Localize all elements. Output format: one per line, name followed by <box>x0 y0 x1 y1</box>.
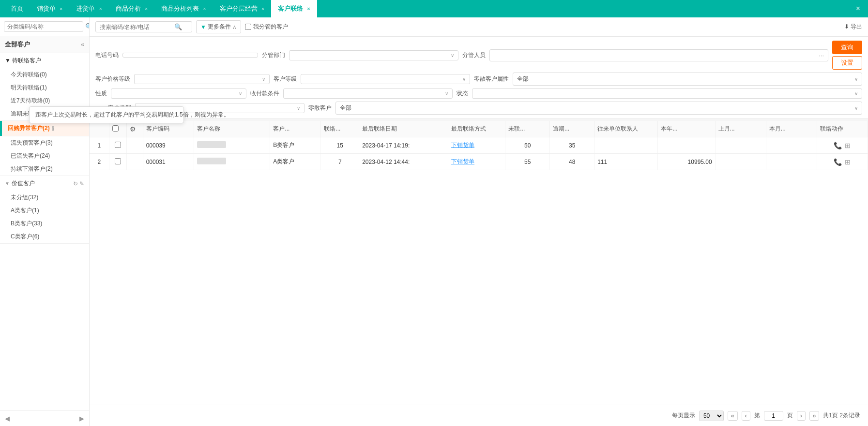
manager-ellipsis[interactable]: ··· <box>819 52 824 59</box>
nav-close-sales[interactable]: × <box>60 6 62 12</box>
first-page-button[interactable]: « <box>728 411 738 421</box>
last-way-link[interactable]: 下销货单 <box>451 158 474 165</box>
cell-check[interactable] <box>109 137 126 154</box>
more-conditions-button[interactable]: ▼ 更多条件 ∧ <box>196 20 241 33</box>
right-content: 🔍 ▼ 更多条件 ∧ 我分管的客户 ⬇ 导出 电话号码 <box>90 17 868 426</box>
page-number-input[interactable] <box>764 411 783 421</box>
nav-customer-seg[interactable]: 客户分层经营 × <box>213 0 271 17</box>
export-button[interactable]: ⬇ 导出 <box>844 23 862 31</box>
sidebar-item-a-class[interactable]: A类客户(1) <box>0 204 89 217</box>
nav-close-customer-contact[interactable]: × <box>307 6 310 12</box>
status-select[interactable]: ∨ <box>472 88 862 99</box>
table-settings-gear[interactable]: ⚙ <box>130 125 136 133</box>
nav-close-purchase[interactable]: × <box>99 6 102 12</box>
tooltip-box: 距客户上次交易时长，超过了此客户的平均交易周期的1.5倍，则视为异常。 <box>90 106 184 123</box>
cell-level: B类客户 <box>270 137 321 154</box>
price-level-select[interactable]: ∨ <box>134 74 270 84</box>
more-action-icon[interactable]: ⊞ <box>845 158 851 166</box>
sidebar-pending-title[interactable]: ▼ 待联络客户 <box>0 53 89 68</box>
sidebar-item-c-class[interactable]: C类客户(6) <box>0 230 89 243</box>
sidebar-value-header[interactable]: ▼ 价值客户 ↻ ✎ <box>0 176 89 191</box>
retail2-arrow: ∨ <box>854 105 858 111</box>
sidebar-search-button[interactable]: 🔍 <box>85 23 90 30</box>
filter-search-input[interactable] <box>100 24 172 30</box>
cell-check[interactable] <box>109 154 126 170</box>
nav-close-analysis-list[interactable]: × <box>203 6 206 12</box>
manager-input[interactable]: ··· <box>489 49 828 61</box>
sidebar-right-arrow[interactable]: ▶ <box>79 415 84 422</box>
dept-select[interactable]: ∨ <box>289 50 458 60</box>
my-customers-check[interactable]: 我分管的客户 <box>245 23 288 31</box>
payment-arrow: ∨ <box>445 91 448 96</box>
sidebar-item-7days[interactable]: 近7天待联络(0) <box>0 94 89 107</box>
settings-button[interactable]: 设置 <box>832 56 862 70</box>
my-customers-checkbox[interactable] <box>245 24 251 30</box>
col-header-year: 本年... <box>658 121 715 137</box>
sidebar-item-lost-warning[interactable]: 流失预警客户(3) <box>0 136 89 149</box>
payment-label: 收付款条件 <box>250 89 279 98</box>
manager-label: 分管人员 <box>462 51 486 59</box>
row-checkbox[interactable] <box>115 142 121 148</box>
filter-bar: 🔍 ▼ 更多条件 ∧ 我分管的客户 ⬇ 导出 <box>90 17 868 37</box>
cell-code: 000031 <box>143 154 194 170</box>
sidebar-item-declining[interactable]: 持续下滑客户(2) <box>0 162 89 176</box>
nav-close-analysis[interactable]: × <box>145 6 148 12</box>
col-header-last-month: 上月... <box>715 121 766 137</box>
phone-action-icon[interactable]: 📞 <box>834 158 842 166</box>
cell-overdue: 48 <box>550 154 594 170</box>
info-icon[interactable]: ℹ <box>52 125 54 132</box>
last-page-button[interactable]: » <box>809 411 820 421</box>
col-header-check <box>109 121 126 137</box>
payment-select[interactable]: ∨ <box>283 88 453 99</box>
customer-level-select[interactable]: ∨ <box>301 74 470 84</box>
table-row: 2 000031 A类客户 7 2023-04-12 14:44: 下销货单 5… <box>90 154 868 170</box>
nav-analysis[interactable]: 商品分析 × <box>109 0 154 17</box>
dept-label: 分管部门 <box>262 51 285 59</box>
gender-select[interactable]: ∨ <box>111 88 246 99</box>
filter-row-3: 性质 ∨ 收付款条件 ∨ 状态 ∨ <box>95 88 862 99</box>
retail-attr-select[interactable]: 全部 ∨ <box>513 73 862 86</box>
more-action-icon[interactable]: ⊞ <box>845 142 851 149</box>
sidebar-item-ungroup[interactable]: 未分组(32) <box>0 191 89 204</box>
sidebar-left-arrow[interactable]: ◀ <box>5 415 10 422</box>
retail-arrow: ∨ <box>854 76 858 82</box>
chevron-icon: ∧ <box>232 24 237 30</box>
row-checkbox[interactable] <box>115 158 121 164</box>
col-header-name: 客户名称 <box>194 121 270 137</box>
window-close-icon[interactable]: × <box>852 4 864 13</box>
sidebar-all-customers[interactable]: 全部客户 « <box>0 36 89 53</box>
col-header-settings[interactable]: ⚙ <box>126 121 143 137</box>
per-page-select[interactable]: 50 20 100 <box>699 411 724 421</box>
next-page-button[interactable]: › <box>797 411 806 421</box>
sidebar-search-input[interactable] <box>4 21 83 32</box>
cell-date: 2023-04-17 14:19: <box>359 137 448 154</box>
edit-icon[interactable]: ✎ <box>79 180 84 187</box>
last-way-link[interactable]: 下销货单 <box>451 142 474 148</box>
page-label: 第 <box>754 411 760 420</box>
col-header-level: 客户... <box>270 121 321 137</box>
refresh-icon[interactable]: ↻ <box>73 180 78 187</box>
sidebar-item-tomorrow[interactable]: 明天待联络(1) <box>0 81 89 94</box>
phone-input[interactable] <box>122 53 258 58</box>
cell-way: 下销货单 <box>448 137 505 154</box>
sidebar-collapse-icon[interactable]: « <box>81 41 84 48</box>
filter-actions: 查询 设置 <box>832 41 862 70</box>
nav-purchase[interactable]: 进货单 × <box>69 0 108 17</box>
retail2-select[interactable]: 全部 ∨ <box>335 102 862 115</box>
query-button[interactable]: 查询 <box>832 41 862 54</box>
filter-search-icon[interactable]: 🔍 <box>174 23 182 30</box>
col-header-contact: 联络... <box>321 121 359 137</box>
sidebar-item-b-class[interactable]: B类客户(33) <box>0 217 89 230</box>
nav-close-customer-seg[interactable]: × <box>261 6 264 12</box>
phone-action-icon[interactable]: 📞 <box>834 142 842 149</box>
nav-customer-contact[interactable]: 客户联络 × <box>271 0 317 17</box>
cell-spacer <box>126 137 143 154</box>
prev-page-button[interactable]: ‹ <box>742 411 750 421</box>
nav-sales[interactable]: 销货单 × <box>30 0 69 17</box>
sidebar-search-area: 🔍 <box>0 17 89 36</box>
nav-home[interactable]: 首页 <box>4 0 30 17</box>
sidebar-item-lost[interactable]: 已流失客户(24) <box>0 149 89 162</box>
select-all-checkbox[interactable] <box>112 125 119 132</box>
nav-analysis-list[interactable]: 商品分析列表 × <box>154 0 213 17</box>
sidebar-item-today[interactable]: 今天待联络(0) <box>0 68 89 81</box>
